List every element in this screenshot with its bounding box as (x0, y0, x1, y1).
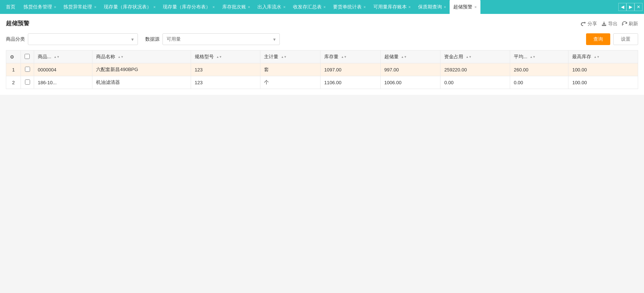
row-num: 1 (6, 63, 21, 76)
nav-tab-0[interactable]: 拣货任务管理 × (20, 0, 60, 14)
nav-arrow-left[interactable]: ◀ (618, 3, 626, 11)
refresh-button[interactable]: 刷新 (622, 21, 638, 27)
nav-tab-4[interactable]: 库存批次账 × (219, 0, 254, 14)
datasource-label: 数据源 (145, 36, 160, 42)
page-title: 超储预警 (6, 20, 29, 27)
select-all-checkbox[interactable] (25, 54, 30, 59)
nav-tab-5[interactable]: 出入库流水 × (254, 0, 289, 14)
row-checkbox-cell (21, 63, 34, 76)
sort-icon: ▲▼ (594, 56, 600, 59)
sort-icon: ▲▼ (341, 56, 347, 59)
gear-icon[interactable]: ⚙ (10, 54, 14, 60)
export-icon (601, 21, 607, 26)
cell-product-name: 机油滤清器 (92, 76, 191, 89)
row-checkbox[interactable] (25, 79, 30, 85)
datasource-filter: 数据源 可用量 ▾ (145, 33, 280, 45)
nav-tab-8[interactable]: 可用量库存账本 × (370, 0, 414, 14)
close-icon[interactable]: × (474, 5, 476, 9)
cell-unit: 个 (260, 76, 321, 89)
close-icon[interactable]: × (54, 5, 56, 9)
row-checkbox[interactable] (25, 67, 30, 72)
row-num: 2 (6, 76, 21, 89)
th-checkbox (21, 51, 34, 63)
page-header: 超储预警 分享 导出 刷新 (6, 20, 638, 27)
sort-icon: ▲▼ (216, 56, 222, 59)
nav-home[interactable]: 首页 (1, 0, 20, 14)
cell-overstock: 997.00 (380, 63, 440, 76)
cell-avg: 0.00 (510, 76, 568, 89)
nav-arrows: ◀ ▶ ✕ (618, 3, 643, 11)
nav-arrow-right[interactable]: ▶ (626, 3, 634, 11)
th-capital[interactable]: 资金占用 ▲▼ (440, 51, 510, 63)
sort-icon: ▲▼ (401, 56, 407, 59)
settings-button[interactable]: 设置 (613, 33, 638, 45)
close-icon[interactable]: × (212, 5, 215, 9)
page-container: 超储预警 分享 导出 刷新 (0, 14, 644, 95)
cell-capital: 0.00 (440, 76, 510, 89)
th-max-inventory[interactable]: 最高库存 ▲▼ (568, 51, 638, 63)
share-icon (581, 21, 586, 26)
category-label: 商品分类 (6, 36, 25, 42)
table-row: 1 0000004 六配套新昌490BPG 123 套 1097.00 997.… (6, 63, 638, 76)
refresh-icon (622, 21, 627, 26)
close-icon[interactable]: × (363, 5, 366, 9)
nav-arrow-close[interactable]: ✕ (634, 3, 643, 11)
datasource-value: 可用量 (167, 36, 181, 42)
th-unit[interactable]: 主计量 ▲▼ (260, 51, 321, 63)
cell-spec: 123 (191, 76, 260, 89)
close-icon[interactable]: × (94, 5, 96, 9)
close-icon[interactable]: × (444, 5, 446, 9)
th-inventory[interactable]: 库存量 ▲▼ (321, 51, 381, 63)
th-product-code[interactable]: 商品... ▲▼ (34, 51, 92, 63)
th-product-name[interactable]: 商品名称 ▲▼ (92, 51, 191, 63)
category-select[interactable]: ▾ (28, 33, 138, 45)
close-icon[interactable]: × (409, 5, 411, 9)
nav-tab-2[interactable]: 现存量（库存状况表） × (100, 0, 159, 14)
sort-icon: ▲▼ (530, 56, 535, 59)
query-button[interactable]: 查询 (586, 33, 610, 45)
chevron-down-icon: ▾ (273, 37, 276, 42)
export-button[interactable]: 导出 (601, 21, 618, 27)
filter-row: 商品分类 ▾ 数据源 可用量 ▾ 查询 设置 (6, 33, 638, 45)
cell-product-code: 0000004 (34, 63, 92, 76)
category-filter: 商品分类 ▾ (6, 33, 138, 45)
sort-icon: ▲▼ (466, 56, 472, 59)
table-row: 2 186-10... 机油滤清器 123 个 1106.00 1006.00 … (6, 76, 638, 89)
cell-max-inventory: 100.00 (568, 76, 638, 89)
table-header-row: ⚙ 商品... ▲▼ 商品名称 ▲▼ 规格型号 ▲▼ 主计 (6, 51, 638, 63)
datasource-select[interactable]: 可用量 ▾ (162, 33, 280, 45)
cell-max-inventory: 100.00 (568, 63, 638, 76)
cell-inventory: 1097.00 (321, 63, 381, 76)
data-table: ⚙ 商品... ▲▼ 商品名称 ▲▼ 规格型号 ▲▼ 主计 (6, 50, 638, 89)
close-icon[interactable]: × (153, 5, 155, 9)
nav-tab-9[interactable]: 保质期查询 × (414, 0, 450, 14)
nav-tab-10[interactable]: 超储预警 × (450, 0, 480, 14)
nav-tab-6[interactable]: 收发存汇总表 × (289, 0, 329, 14)
cell-inventory: 1106.00 (321, 76, 381, 89)
sort-icon: ▲▼ (118, 56, 124, 59)
th-gear: ⚙ (6, 51, 21, 63)
close-icon[interactable]: × (248, 5, 250, 9)
cell-spec: 123 (191, 63, 260, 76)
sort-icon: ▲▼ (54, 56, 59, 59)
top-navigation: 首页 拣货任务管理 × 拣货异常处理 × 现存量（库存状况表） × 现存量（库存… (0, 0, 644, 14)
cell-product-code: 186-10... (34, 76, 92, 89)
header-actions: 分享 导出 刷新 (581, 21, 638, 27)
nav-tab-7[interactable]: 要货单统计表 × (329, 0, 369, 14)
nav-tab-3[interactable]: 现存量（库存分布表） × (159, 0, 218, 14)
share-button[interactable]: 分享 (581, 21, 597, 27)
cell-capital: 259220.00 (440, 63, 510, 76)
cell-overstock: 1006.00 (380, 76, 440, 89)
close-icon[interactable]: × (283, 5, 285, 9)
th-spec[interactable]: 规格型号 ▲▼ (191, 51, 260, 63)
filter-actions: 查询 设置 (586, 33, 638, 45)
row-checkbox-cell (21, 76, 34, 89)
th-avg[interactable]: 平均... ▲▼ (510, 51, 568, 63)
chevron-down-icon: ▾ (131, 37, 134, 42)
nav-tab-1[interactable]: 拣货异常处理 × (60, 0, 100, 14)
th-overstock[interactable]: 超储量 ▲▼ (380, 51, 440, 63)
sort-icon: ▲▼ (281, 56, 287, 59)
cell-unit: 套 (260, 63, 321, 76)
cell-avg: 260.00 (510, 63, 568, 76)
close-icon[interactable]: × (323, 5, 326, 9)
